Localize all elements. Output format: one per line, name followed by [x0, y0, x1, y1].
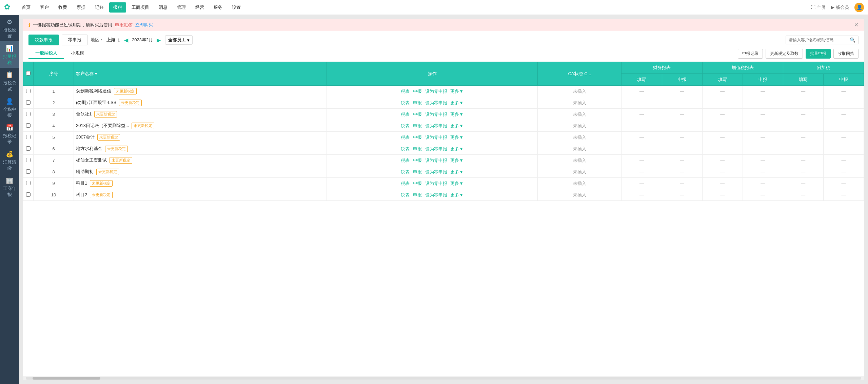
op-more[interactable]: 更多▼	[450, 146, 463, 151]
fullscreen-button[interactable]: ⛶ 全屏	[811, 4, 826, 10]
nav-message[interactable]: 消息	[155, 2, 172, 13]
op-zero-apply[interactable]: 设为零申报	[425, 181, 447, 186]
op-zero-apply[interactable]: 设为零申报	[425, 112, 447, 117]
nav-manage[interactable]: 管理	[173, 2, 190, 13]
take-back-button[interactable]: 收取回执	[833, 49, 859, 59]
sidebar-item-tax-record[interactable]: 📅 报税记录	[0, 121, 19, 147]
op-apply[interactable]: 申报	[413, 181, 422, 186]
row-checkbox[interactable]	[26, 169, 31, 174]
subtab-small-scale[interactable]: 小规模	[64, 48, 91, 59]
op-tax-table[interactable]: 税表	[401, 146, 410, 151]
row-checkbox-cell[interactable]	[23, 189, 34, 201]
nav-billing[interactable]: 收费	[54, 2, 71, 13]
op-apply[interactable]: 申报	[413, 158, 422, 163]
op-tax-table[interactable]: 税表	[401, 158, 410, 163]
op-zero-apply[interactable]: 设为零申报	[425, 123, 447, 128]
nav-tax[interactable]: 报税	[109, 2, 126, 13]
search-button[interactable]: 🔍	[847, 36, 858, 44]
op-zero-apply[interactable]: 设为零申报	[425, 89, 447, 94]
op-more[interactable]: 更多▼	[450, 169, 463, 174]
apply-record-button[interactable]: 申报记录	[738, 49, 763, 59]
avatar[interactable]: 👤	[854, 3, 864, 12]
nav-business[interactable]: 工商项目	[127, 2, 153, 13]
row-checkbox-cell[interactable]	[23, 166, 34, 178]
tab-tax-apply[interactable]: 税款申报	[28, 35, 59, 45]
row-checkbox[interactable]	[26, 123, 31, 128]
info-icon[interactable]: ℹ	[118, 38, 120, 43]
nav-settings[interactable]: 设置	[228, 2, 245, 13]
row-checkbox[interactable]	[26, 146, 31, 151]
prev-month-button[interactable]: ◀	[122, 36, 130, 44]
department-select[interactable]: 全部员工 ▾	[165, 35, 193, 45]
op-more[interactable]: 更多▼	[450, 89, 463, 94]
op-zero-apply[interactable]: 设为零申报	[425, 192, 447, 197]
op-more[interactable]: 更多▼	[450, 135, 463, 140]
nav-operation[interactable]: 经营	[191, 2, 208, 13]
op-zero-apply[interactable]: 设为零申报	[425, 146, 447, 151]
op-apply[interactable]: 申报	[413, 123, 422, 128]
sidebar-item-annual-report[interactable]: 🏢 工商年报	[0, 173, 19, 200]
op-more[interactable]: 更多▼	[450, 123, 463, 128]
row-checkbox[interactable]	[26, 112, 31, 116]
op-apply[interactable]: 申报	[413, 89, 422, 94]
nav-bookkeeping[interactable]: 记账	[91, 2, 108, 13]
notice-link-apply[interactable]: 申报汇签	[115, 22, 133, 28]
op-zero-apply[interactable]: 设为零申报	[425, 135, 447, 140]
subtab-general-taxpayer[interactable]: 一般纳税人	[28, 48, 64, 59]
notice-link-buy[interactable]: 立即购买	[135, 22, 153, 28]
row-checkbox-cell[interactable]	[23, 109, 34, 120]
op-apply[interactable]: 申报	[413, 192, 422, 197]
row-checkbox[interactable]	[26, 192, 31, 197]
op-tax-table[interactable]: 税表	[401, 181, 410, 186]
op-tax-table[interactable]: 税表	[401, 135, 410, 140]
row-checkbox-cell[interactable]	[23, 97, 34, 109]
scrollbar-thumb[interactable]	[33, 377, 100, 380]
op-more[interactable]: 更多▼	[450, 192, 463, 197]
op-more[interactable]: 更多▼	[450, 112, 463, 117]
member-button[interactable]: ▶ 畅会员	[831, 4, 849, 10]
row-checkbox[interactable]	[26, 158, 31, 162]
row-checkbox-cell[interactable]	[23, 155, 34, 166]
next-month-button[interactable]: ▶	[155, 36, 162, 44]
row-checkbox[interactable]	[26, 135, 31, 139]
op-zero-apply[interactable]: 设为零申报	[425, 100, 447, 105]
op-apply[interactable]: 申报	[413, 135, 422, 140]
op-apply[interactable]: 申报	[413, 112, 422, 117]
batch-apply-button[interactable]: 批量申报	[806, 49, 831, 59]
sidebar-item-batch-tax[interactable]: 📊 批量报税	[0, 41, 19, 68]
nav-home[interactable]: 首页	[18, 2, 35, 13]
row-checkbox-cell[interactable]	[23, 120, 34, 132]
notice-close-button[interactable]: ✕	[854, 22, 859, 28]
op-zero-apply[interactable]: 设为零申报	[425, 169, 447, 174]
search-input[interactable]	[786, 36, 847, 44]
op-tax-table[interactable]: 税表	[401, 100, 410, 105]
op-tax-table[interactable]: 税表	[401, 89, 410, 94]
op-tax-table[interactable]: 税表	[401, 192, 410, 197]
op-more[interactable]: 更多▼	[450, 158, 463, 163]
op-apply[interactable]: 申报	[413, 169, 422, 174]
nav-service[interactable]: 服务	[210, 2, 226, 13]
op-tax-table[interactable]: 税表	[401, 169, 410, 174]
row-checkbox-cell[interactable]	[23, 143, 34, 155]
sidebar-item-tax-overview[interactable]: 📋 报税总览	[0, 68, 19, 94]
op-more[interactable]: 更多▼	[450, 100, 463, 105]
op-tax-table[interactable]: 税表	[401, 123, 410, 128]
op-more[interactable]: 更多▼	[450, 181, 463, 186]
nav-invoice[interactable]: 票据	[73, 2, 90, 13]
nav-client[interactable]: 客户	[36, 2, 53, 13]
op-tax-table[interactable]: 税表	[401, 112, 410, 117]
row-checkbox-cell[interactable]	[23, 132, 34, 143]
row-checkbox-cell[interactable]	[23, 178, 34, 189]
op-zero-apply[interactable]: 设为零申报	[425, 158, 447, 163]
tab-zero-apply[interactable]: 零申报	[62, 35, 88, 45]
scrollbar-track[interactable]	[26, 377, 861, 380]
op-apply[interactable]: 申报	[413, 100, 422, 105]
op-apply[interactable]: 申报	[413, 146, 422, 151]
th-checkbox[interactable]	[23, 62, 34, 86]
row-checkbox[interactable]	[26, 181, 31, 185]
row-checkbox-cell[interactable]	[23, 86, 34, 97]
sidebar-item-tax-settings[interactable]: ⚙ 报税设置	[0, 15, 19, 41]
update-rules-button[interactable]: 更新税定及取数	[766, 49, 803, 59]
row-checkbox[interactable]	[26, 89, 31, 93]
sidebar-item-personal-tax[interactable]: 👤 个税申报	[0, 94, 19, 121]
